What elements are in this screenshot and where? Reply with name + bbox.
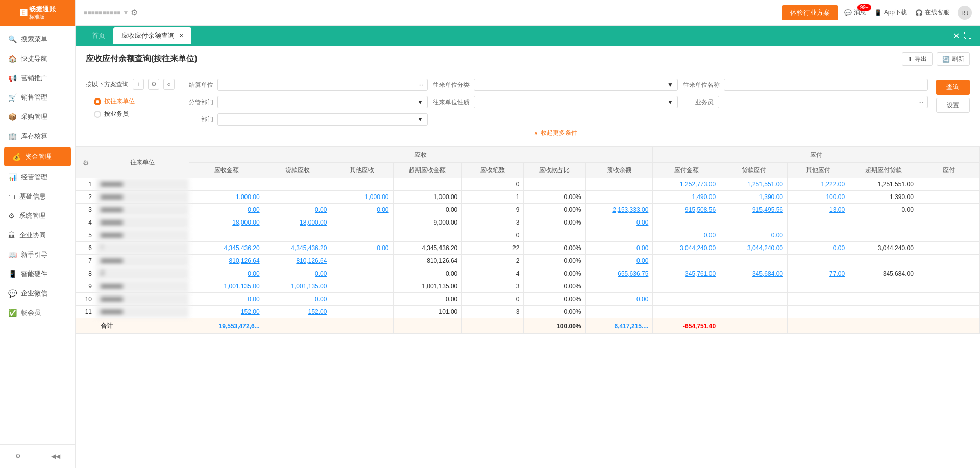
operation-icon: 📊	[8, 173, 17, 181]
filter-options: 按往来单位 按业务员	[90, 95, 175, 120]
tab-expand-btn[interactable]: ⛶	[964, 31, 972, 41]
filter-field-branch: 分管部门 ▼	[183, 96, 428, 108]
setting-button[interactable]: 设置	[936, 98, 970, 113]
department-input[interactable]: ▼	[217, 113, 428, 126]
logo-sub: 标准版	[29, 14, 56, 21]
sidebar-item-hardware[interactable]: 📱智能硬件	[0, 264, 75, 284]
footer-receivable-amount[interactable]: 19,553,472,6...	[189, 318, 264, 334]
data-table: ⚙ 往来单位 应收 应付 应收金额 贷款应收 其他应收 超期应收金额 应收笔数 …	[76, 147, 980, 334]
scheme-settings-btn[interactable]: ⚙	[148, 79, 159, 90]
partner-name: ■■■■■■	[96, 216, 189, 229]
partner-name-input[interactable]	[724, 79, 928, 91]
table-footer: 合计 19,553,472,6... 100.00% 6,417,215....…	[76, 318, 980, 334]
scheme-collapse-btn[interactable]: «	[163, 79, 175, 90]
table-row: 3■■■■■■0.000.000.000.0090.00%2,153,333.0…	[76, 204, 980, 216]
settlement-input[interactable]: ···	[217, 79, 428, 91]
sidebar-item-marketing[interactable]: 📢营销推广	[0, 68, 75, 88]
sidebar-item-operation[interactable]: 📊经营管理	[0, 167, 75, 187]
header-breadcrumb: ■■■■■■■■■■ ▼ ⚙	[84, 8, 776, 17]
sidebar-item-system[interactable]: ⚙系统管理	[0, 206, 75, 226]
table-row: 2■■■■■■1,000.001,000.001,000.0010.00%1,4…	[76, 191, 980, 204]
collapse-icon: ∧	[534, 130, 538, 137]
table-row: 6^4,345,436.204,345,436.200.004,345,436.…	[76, 242, 980, 255]
filter-option-by-partner[interactable]: 按往来单位	[90, 95, 175, 108]
user-avatar[interactable]: Rit	[958, 6, 972, 20]
inventory-icon: 🏢	[8, 132, 17, 140]
system-icon: ⚙	[8, 212, 15, 220]
refresh-button[interactable]: 🔄 刷新	[937, 52, 970, 66]
filter-fields-grid: 结算单位 ··· 往来单位分类 ▼	[183, 79, 928, 126]
sidebar-item-enterprise[interactable]: 🏛企业协同	[0, 226, 75, 245]
partner-name: ■■■■■■	[96, 178, 189, 191]
app-download-item[interactable]: 📱 App下载	[874, 8, 907, 17]
th-other-receivable: 其他应收	[331, 163, 393, 178]
online-service-label: 在线客服	[925, 8, 949, 17]
salesperson-input[interactable]: ···	[718, 96, 928, 108]
promo-button[interactable]: 体验行业方案	[782, 5, 838, 20]
th-settings[interactable]: ⚙	[76, 147, 96, 178]
export-icon: ⬆	[908, 56, 913, 63]
sidebar-item-wechat[interactable]: 💬企业微信	[0, 284, 75, 303]
th-other-payable: 其他应付	[787, 163, 849, 178]
partner-category-input[interactable]: ▼	[474, 79, 678, 91]
filter-field-department: 部门 ▼	[183, 113, 428, 126]
th-payable-amount: 应付金额	[653, 163, 720, 178]
partner-name: ■■■■■■	[96, 280, 189, 293]
sidebar-item-member[interactable]: ✅畅会员	[0, 303, 75, 323]
breadcrumb-dropdown[interactable]: ▼	[122, 9, 129, 16]
scheme-add-btn[interactable]: +	[133, 79, 144, 90]
branch-input[interactable]: ▼	[217, 96, 428, 108]
table-row: 5■■■■■■00.000.00	[76, 229, 980, 242]
filter-field-salesperson: 业务员 ···	[683, 96, 928, 108]
partner-name: ^	[96, 242, 189, 255]
filter-field-settlement: 结算单位 ···	[183, 79, 428, 91]
footer-payable-amount: -654,751.40	[653, 318, 720, 334]
page-header-actions: ⬆ 导出 🔄 刷新	[902, 52, 970, 72]
sidebar-item-search[interactable]: 🔍搜索菜单	[0, 30, 75, 49]
radio-by-staff	[94, 111, 101, 118]
sidebar-item-quick[interactable]: 🏠快捷导航	[0, 49, 75, 68]
tab-close-all-btn[interactable]: ✕	[953, 31, 960, 41]
app-icon: 📱	[874, 9, 882, 16]
filter-collapse-btn[interactable]: ∧ 收起更多条件	[183, 126, 928, 140]
tabs-bar: 首页 应收应付余额查询 × ✕ ⛶	[76, 26, 980, 46]
th-loan-payable: 贷款应付	[720, 163, 788, 178]
notification-badge: 99+	[857, 4, 871, 11]
sidebar-item-basic[interactable]: 🗃基础信息	[0, 187, 75, 206]
table-row: 1■■■■■■01,252,773.001,251,551.001,222.00…	[76, 178, 980, 191]
salesperson-label: 业务员	[683, 98, 714, 107]
sidebar-collapse-btn[interactable]: ◀◀	[47, 449, 64, 464]
page-header: 应收应付余额查询(按往来单位) ⬆ 导出 🔄 刷新	[76, 46, 980, 72]
query-button[interactable]: 查询	[936, 80, 970, 95]
online-service-item[interactable]: 🎧 在线客服	[915, 8, 949, 17]
logo-text: 畅捷通账	[29, 5, 56, 14]
filter-option-by-staff[interactable]: 按业务员	[90, 108, 175, 120]
th-payable-suffix: 应付	[918, 163, 979, 178]
header-gear-icon[interactable]: ⚙	[131, 8, 138, 17]
tab-home[interactable]: 首页	[84, 27, 113, 44]
sidebar-item-inventory[interactable]: 🏢库存核算	[0, 127, 75, 146]
sidebar-item-finance[interactable]: 💰资金管理	[4, 147, 71, 166]
sidebar-item-sales[interactable]: 🛒销售管理	[0, 88, 75, 107]
sidebar-item-purchase[interactable]: 📦采购管理	[0, 107, 75, 127]
breadcrumb-path: ■■■■■■■■■■	[84, 9, 120, 16]
th-receivable-ratio: 应收款占比	[524, 163, 585, 178]
th-payable-group: 应付	[653, 147, 980, 163]
tab-receivable[interactable]: 应收应付余额查询 ×	[113, 27, 191, 44]
filter-field-partner-name: 往来单位名称	[683, 79, 928, 91]
department-label: 部门	[183, 115, 213, 124]
export-button[interactable]: ⬆ 导出	[902, 52, 933, 66]
partner-nature-input[interactable]: ▼	[474, 96, 678, 108]
notification-item[interactable]: 💬 消息 99+	[844, 8, 866, 17]
tab-close-btn[interactable]: ×	[180, 32, 183, 39]
service-icon: 🎧	[915, 9, 923, 16]
sidebar-item-guide[interactable]: 📖新手引导	[0, 245, 75, 264]
member-icon: ✅	[8, 309, 17, 317]
marketing-icon: 📢	[8, 74, 17, 82]
footer-advance-balance[interactable]: 6,417,215....	[585, 318, 653, 334]
purchase-icon: 📦	[8, 113, 17, 121]
wechat-icon: 💬	[8, 289, 17, 298]
page-content: 应收应付余额查询(按往来单位) ⬆ 导出 🔄 刷新 按以下方案查询	[76, 46, 980, 468]
search-icon: 🔍	[8, 35, 17, 43]
sidebar-settings-btn[interactable]: ⚙	[11, 449, 25, 464]
